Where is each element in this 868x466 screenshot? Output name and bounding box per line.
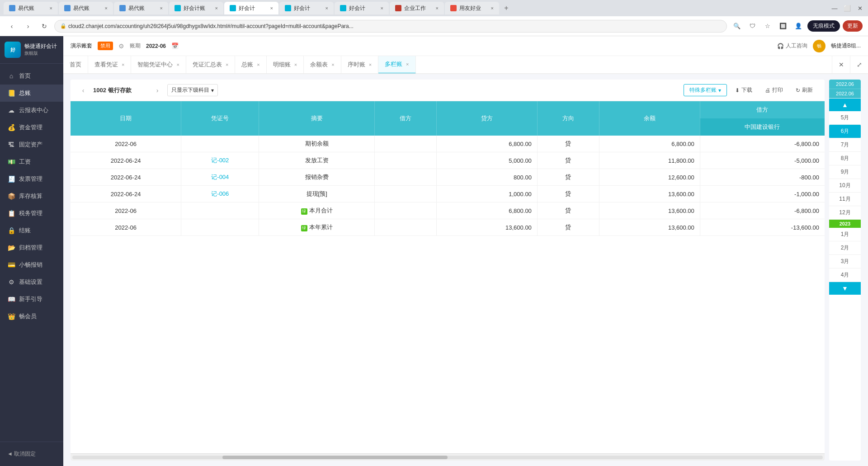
tab-detail-ledger[interactable]: 明细账 ×: [267, 56, 304, 74]
tab-close-3[interactable]: ×: [160, 5, 163, 11]
prev-account-button[interactable]: ‹: [78, 85, 89, 96]
sidebar-item-guide[interactable]: 📖 新手引导: [0, 291, 63, 308]
cell-voucher-link[interactable]: 记-004: [181, 169, 259, 186]
tab-close-8[interactable]: ×: [436, 5, 439, 11]
sidebar-item-general-ledger[interactable]: 📒 总账: [0, 85, 63, 102]
sidebar-item-tax[interactable]: 📋 税务管理: [0, 205, 63, 222]
time-item-apr2023[interactable]: 4月: [829, 268, 861, 282]
shield-icon[interactable]: 🛡: [746, 20, 759, 33]
time-item-feb2023[interactable]: 2月: [829, 241, 861, 255]
time-item-september[interactable]: 9月: [829, 165, 861, 179]
tab-close-9[interactable]: ×: [491, 5, 494, 11]
consult-button[interactable]: 🎧 人工咨询: [777, 42, 807, 50]
browser-tab-5[interactable]: 好会计 ×: [224, 2, 278, 14]
forward-button[interactable]: ›: [22, 20, 34, 33]
close-window-button[interactable]: ✕: [855, 4, 864, 13]
browser-tab-1[interactable]: 易代账 ×: [4, 2, 58, 14]
next-account-button[interactable]: ›: [152, 85, 163, 96]
tab-title-8: 企业工作: [404, 5, 433, 12]
print-button[interactable]: 🖨 打印: [760, 85, 788, 96]
sidebar-item-funds[interactable]: 💰 资金管理: [0, 119, 63, 136]
time-item-may[interactable]: 5月: [829, 111, 861, 125]
sidebar-item-expense[interactable]: 💳 小畅报销: [0, 256, 63, 273]
extensions-icon[interactable]: 🔲: [777, 20, 789, 33]
sidebar-item-reports[interactable]: ☁ 云报表中心: [0, 102, 63, 119]
star-icon[interactable]: ☆: [761, 20, 774, 33]
time-item-june[interactable]: 6月: [829, 125, 861, 138]
tab-close-journal[interactable]: ×: [369, 62, 372, 67]
tab-close-smart-voucher[interactable]: ×: [176, 62, 179, 67]
filter-dropdown[interactable]: 只显示下级科目 ▾: [167, 84, 218, 96]
sidebar-item-inventory[interactable]: 📦 库存核算: [0, 188, 63, 205]
tab-smart-voucher[interactable]: 智能凭证中心 ×: [131, 56, 186, 74]
tab-close-detail-ledger[interactable]: ×: [294, 62, 297, 67]
sidebar-item-payroll[interactable]: 💵 工资: [0, 153, 63, 170]
tab-close-2[interactable]: ×: [105, 5, 108, 11]
time-item-july[interactable]: 7月: [829, 138, 861, 152]
cell-voucher-link[interactable]: 记-002: [181, 152, 259, 169]
browser-tab-8[interactable]: 企业工作 ×: [390, 2, 444, 14]
browser-tab-4[interactable]: 好会计账 ×: [169, 2, 223, 14]
time-item-august[interactable]: 8月: [829, 152, 861, 165]
update-button[interactable]: 更新: [843, 20, 863, 32]
sidebar-item-settings[interactable]: ⚙ 基础设置: [0, 273, 63, 291]
sidebar-item-member[interactable]: 👑 畅会员: [0, 308, 63, 325]
browser-tab-2[interactable]: 易代账 ×: [59, 2, 113, 14]
back-button[interactable]: ‹: [5, 20, 18, 33]
refresh-button[interactable]: ↻ 刷新: [791, 85, 817, 96]
tab-close-4[interactable]: ×: [215, 5, 218, 11]
tab-view-voucher[interactable]: 查看凭证 ×: [88, 56, 131, 74]
tab-home[interactable]: 首页: [63, 56, 88, 74]
calendar-icon[interactable]: 📅: [171, 42, 179, 49]
browser-tab-7[interactable]: 好会计 ×: [335, 2, 389, 14]
new-tab-button[interactable]: +: [500, 2, 513, 14]
time-item-jan2023[interactable]: 1月: [829, 228, 861, 241]
tab-multi-column[interactable]: 多栏账 ×: [378, 56, 415, 74]
logo-text: 畅捷通好会计: [24, 43, 57, 50]
reload-button[interactable]: ↻: [38, 20, 51, 33]
browser-tab-9[interactable]: 用友好业 ×: [445, 2, 499, 14]
inventory-icon: 📦: [7, 192, 15, 200]
tab-voucher-summary[interactable]: 凭证汇总表 ×: [186, 56, 235, 74]
horizontal-scrollbar[interactable]: [71, 453, 825, 461]
scrollbar-thumb[interactable]: [222, 456, 448, 459]
time-item-december[interactable]: 12月: [829, 206, 861, 220]
tab-close-1[interactable]: ×: [50, 5, 52, 11]
time-scroll-down-button[interactable]: ▼: [829, 282, 861, 295]
sidebar-item-home[interactable]: ⌂ 首页: [0, 67, 63, 85]
tab-close-5[interactable]: ×: [270, 5, 273, 11]
tab-close-voucher-summary[interactable]: ×: [226, 62, 228, 67]
tab-close-multi-column[interactable]: ×: [406, 61, 409, 67]
time-item-mar2023[interactable]: 3月: [829, 255, 861, 268]
sidebar-item-invoice[interactable]: 🧾 发票管理: [0, 170, 63, 188]
minimize-button[interactable]: —: [830, 4, 839, 13]
sidebar-item-archive[interactable]: 📂 归档管理: [0, 239, 63, 256]
tab-close-7[interactable]: ×: [381, 5, 383, 11]
time-item-november[interactable]: 11月: [829, 193, 861, 206]
tab-close-view-voucher[interactable]: ×: [122, 62, 124, 67]
wuhen-mode-button[interactable]: 无痕模式: [807, 20, 840, 32]
tab-balance-sheet[interactable]: 余额表 ×: [304, 56, 341, 74]
tab-journal[interactable]: 序时账 ×: [341, 56, 378, 74]
tab-close-balance-sheet[interactable]: ×: [331, 62, 334, 67]
browser-tab-6[interactable]: 好会计 ×: [279, 2, 334, 14]
expand-tab-button[interactable]: ⤢: [850, 56, 868, 74]
time-item-october[interactable]: 10月: [829, 179, 861, 193]
profile-icon[interactable]: 👤: [792, 20, 805, 33]
browser-tab-3[interactable]: 易代账 ×: [114, 2, 168, 14]
tab-close-general-ledger[interactable]: ×: [257, 62, 259, 67]
unpin-button[interactable]: ◄ 取消固定: [7, 447, 56, 461]
time-scroll-up-button[interactable]: ▲: [829, 99, 861, 111]
tab-close-6[interactable]: ×: [326, 5, 328, 11]
download-button[interactable]: ⬇ 下载: [731, 85, 757, 96]
special-column-button[interactable]: 特殊多栏账 ▾: [684, 84, 727, 96]
search-icon[interactable]: 🔍: [731, 20, 743, 33]
close-tab-button[interactable]: ✕: [832, 56, 850, 74]
tab-general-ledger[interactable]: 总账 ×: [235, 56, 266, 74]
cell-voucher-link[interactable]: 记-006: [181, 186, 259, 202]
maximize-button[interactable]: ⬜: [843, 4, 852, 13]
sidebar-item-assets[interactable]: 🏗 固定资产: [0, 136, 63, 153]
settings-gear-icon[interactable]: ⚙: [118, 42, 124, 50]
sidebar-item-close[interactable]: 🔒 结账: [0, 222, 63, 239]
url-input[interactable]: 🔒 cloud2.chanjet.com/accounting/uh26t264…: [54, 20, 727, 33]
